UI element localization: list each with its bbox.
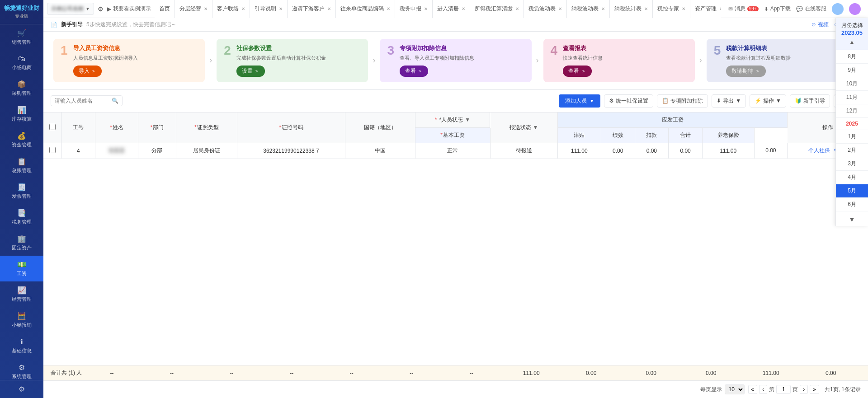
settings-gear-icon[interactable]: ⚙ (19, 385, 25, 393)
month-item-12[interactable]: 12月 (836, 104, 868, 118)
download-icon: ⬇ (764, 6, 769, 12)
tab-guide-desc-close-icon[interactable]: ✕ (279, 6, 283, 11)
row-checkbox[interactable] (49, 147, 56, 153)
special-deduction-button[interactable]: 📋 专项附加扣除 (657, 94, 708, 108)
sidebar-item-system[interactable]: ⚙ 系统管理 (0, 359, 43, 380)
tab-guide-desc[interactable]: 引导说明 ✕ (250, 0, 288, 18)
month-item-1[interactable]: 1月 (836, 130, 868, 144)
tab-income-tax-close-icon[interactable]: ✕ (515, 6, 519, 11)
sidebar-item-finance[interactable]: 💰 资金管理 (0, 127, 43, 153)
tab-tax-stats-close-icon[interactable]: ✕ (644, 6, 648, 11)
export-button[interactable]: ⬇ 导出 ▼ (712, 94, 746, 108)
next-page-button[interactable]: › (800, 385, 808, 394)
demo-button[interactable]: ▶ 我要看实例演示 (107, 5, 151, 13)
tab-tax-report-close-icon[interactable]: ✕ (424, 6, 428, 11)
month-item-8[interactable]: 8月 (836, 50, 868, 64)
month-item-6[interactable]: 6月 (836, 198, 868, 211)
month-item-11[interactable]: 11月 (836, 91, 868, 104)
step-3-btn[interactable]: 查看 ＞ (400, 66, 428, 77)
add-person-button[interactable]: 添加人员 ▼ (559, 94, 600, 108)
new-guide-button[interactable]: 🔰 新手引导 (790, 94, 830, 108)
tab-tax-report[interactable]: 税务申报 ✕ (395, 0, 433, 18)
operations-button[interactable]: ⚡ 操作 ▼ (750, 94, 786, 108)
month-item-4[interactable]: 4月 (836, 171, 868, 184)
step-2-btn[interactable]: 设置 ＞ (236, 66, 265, 77)
status-filter-icon[interactable]: ▼ (465, 117, 470, 123)
month-prev-icon[interactable]: ▲ (849, 38, 856, 46)
tab-asset-mgmt[interactable]: 资产管理 ✕ (690, 0, 721, 18)
tab-tax-change[interactable]: 纳税波动表 ✕ (567, 0, 610, 18)
step-5-btn[interactable]: 敬请期待 ＞ (726, 66, 765, 77)
tab-asset-mgmt-close-icon[interactable]: ✕ (719, 6, 721, 11)
page-number-input[interactable] (776, 385, 791, 394)
last-page-button[interactable]: » (810, 385, 819, 394)
guide-video-btn[interactable]: ⊙ 视频 (811, 21, 828, 28)
tab-product-code[interactable]: 往来单位商品编码 ✕ (336, 0, 395, 18)
sidebar-item-payroll[interactable]: 💵 工资 (0, 256, 43, 281)
sidebar-item-sales[interactable]: 🛒 销售管理 (0, 24, 43, 50)
step-1-content: 导入员工资资信息 人员信息及工资数据新增导入 导入 ＞ (73, 44, 198, 77)
search-field[interactable]: 🔍 (51, 95, 123, 106)
tab-income-tax[interactable]: 所得税汇算清缴 ✕ (470, 0, 524, 18)
sidebar-item-inventory-label: 库存核算 (12, 116, 32, 122)
month-next-icon[interactable]: ▼ (849, 216, 855, 223)
sidebar-item-inventory[interactable]: 📊 库存核算 (0, 101, 43, 127)
month-item-5[interactable]: 5月 (836, 184, 868, 198)
step-1-title: 导入员工资资信息 (73, 44, 198, 52)
step-5-desc: 查看税款计算过程及明细数据 (726, 54, 851, 62)
month-item-9[interactable]: 9月 (836, 64, 868, 77)
sidebar-item-purchase[interactable]: 📦 采购管理 (0, 75, 43, 101)
sidebar-item-assets[interactable]: 🏢 固定资产 (0, 230, 43, 256)
tab-tax-burden[interactable]: 税负波动表 ✕ (524, 0, 567, 18)
tab-clearance[interactable]: 进入清册 ✕ (433, 0, 470, 18)
first-page-button[interactable]: « (748, 385, 758, 394)
sidebar-item-invoice[interactable]: 🧾 发票管理 (0, 178, 43, 204)
sidebar-item-reports[interactable]: 🧮 小畅报销 (0, 307, 43, 333)
online-service-button[interactable]: 💬 在线客服 (796, 5, 826, 13)
tab-product-code-close-icon[interactable]: ✕ (387, 6, 390, 11)
user-avatar[interactable] (832, 3, 844, 15)
personal-social-link[interactable]: 个人社保 (808, 147, 830, 155)
payroll-table-wrapper: 工号 姓名 部门 证照类型 证照号码 国籍（地区） *人员状态 ▼ 报送状态 ▼… (43, 112, 868, 365)
sidebar-item-base[interactable]: ℹ 基础信息 (0, 333, 43, 359)
select-all-checkbox[interactable] (49, 124, 56, 130)
tab-tax-change-close-icon[interactable]: ✕ (601, 6, 605, 11)
page-word: 第 (769, 386, 774, 393)
step-1-btn[interactable]: 导入 ＞ (73, 66, 102, 77)
sidebar-item-tax[interactable]: 📑 税务管理 (0, 204, 43, 230)
search-icon[interactable]: 🔍 (112, 98, 118, 104)
notification-button[interactable]: ✉ 消息 99+ (728, 5, 759, 13)
sidebar-item-ledger[interactable]: 📋 总账管理 (0, 153, 43, 178)
month-item-10[interactable]: 10月 (836, 77, 868, 91)
footer-name: -- (82, 370, 142, 376)
tab-customer[interactable]: 客户联络 ✕ (212, 0, 250, 18)
tab-clearance-close-icon[interactable]: ✕ (462, 6, 465, 11)
user-avatar-2[interactable] (849, 3, 861, 15)
tab-layered[interactable]: 分层经营 ✕ (175, 0, 212, 18)
search-input[interactable] (55, 98, 109, 104)
export-label: 导出 (723, 97, 734, 105)
app-download-button[interactable]: ⬇ App下载 (764, 5, 791, 13)
sidebar-item-ledger-label: 总账管理 (12, 167, 32, 174)
tab-invite-close-icon[interactable]: ✕ (327, 6, 331, 11)
tab-invite[interactable]: 邀请下游客户 ✕ (288, 0, 336, 18)
step-4-btn[interactable]: 查看 ＞ (563, 66, 591, 77)
tab-layered-close-icon[interactable]: ✕ (204, 6, 208, 11)
prev-page-button[interactable]: ‹ (759, 385, 767, 394)
sidebar-item-operations[interactable]: 📈 经营管理 (0, 281, 43, 307)
unified-settings-button[interactable]: ⚙ 统一社保设置 (604, 94, 653, 108)
row-checkbox-cell (43, 143, 61, 159)
month-item-2[interactable]: 2月 (836, 144, 868, 157)
tab-tax-burden-close-icon[interactable]: ✕ (558, 6, 562, 11)
tab-tax-expert[interactable]: 税控专家 ✕ (653, 0, 690, 18)
tab-home[interactable]: 首页 (155, 0, 175, 18)
month-item-3[interactable]: 3月 (836, 157, 868, 171)
send-filter-icon[interactable]: ▼ (533, 124, 538, 131)
settings-button[interactable]: ⚙ (98, 5, 104, 13)
sidebar-item-ecommerce[interactable]: 🛍 小畅电商 (0, 50, 43, 75)
tab-tax-expert-close-icon[interactable]: ✕ (682, 6, 685, 11)
tab-customer-close-icon[interactable]: ✕ (241, 6, 245, 11)
company-selector[interactable]: 示例公司名称 ▼ (47, 3, 94, 15)
tab-tax-stats[interactable]: 纳税统计表 ✕ (610, 0, 653, 18)
per-page-select[interactable]: 10 20 50 (725, 384, 745, 394)
